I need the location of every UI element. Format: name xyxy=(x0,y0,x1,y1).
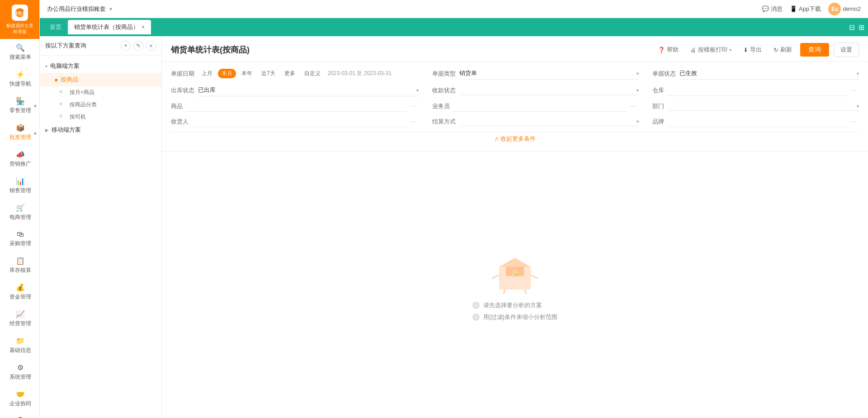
retail-arrow-icon: ▼ xyxy=(33,103,38,108)
scheme-group-pc-header[interactable]: ▾ 电脑端方案 xyxy=(40,59,161,73)
scheme-group-mobile-header[interactable]: ▶ 移动端方案 xyxy=(40,123,161,137)
empty-tip-1: 1 请先选择要分析的方案 xyxy=(472,301,557,309)
query-button[interactable]: 查询 xyxy=(800,43,829,57)
sidebar-item-wholesale[interactable]: 📦 批发管理 ▲ xyxy=(0,119,39,146)
sidebar-item-quick-nav[interactable]: ⚡ 快捷导航 xyxy=(0,66,39,92)
payment-method-arrow-icon: ▾ xyxy=(637,119,639,124)
business-icon: 📈 xyxy=(16,310,25,318)
svg-line-10 xyxy=(531,275,538,278)
scheme-group-pc: ▾ 电脑端方案 ● 按商品 ≡ 按月+商品 ≡ 按商品分类 xyxy=(40,59,161,123)
recipient-dots[interactable]: ··· xyxy=(407,118,419,126)
tab-maximize-icon[interactable]: ⊞ xyxy=(859,23,864,32)
refresh-button[interactable]: ↻ 刷新 xyxy=(770,44,796,56)
brand-dots[interactable]: ··· xyxy=(848,118,859,126)
edit-scheme-button[interactable]: ✎ xyxy=(133,41,143,51)
sidebar-item-inventory[interactable]: 📋 库存核算 xyxy=(0,252,39,279)
date-tab-this-month[interactable]: 本月 xyxy=(218,69,236,78)
brand-input[interactable] xyxy=(668,116,848,127)
export-icon: ⬇ xyxy=(743,47,748,53)
sidebar-item-retail[interactable]: 🏪 零售管理 ▼ xyxy=(0,92,39,119)
warehouse-label: 仓库 xyxy=(652,86,664,95)
empty-tips: 1 请先选择要分析的方案 2 用[过滤]条件来缩小分析范围 xyxy=(472,301,557,321)
basic-info-icon: 📁 xyxy=(16,337,25,345)
payment-status-select[interactable]: ▾ xyxy=(459,86,639,95)
sidebar-item-basic-info[interactable]: 📁 基础信息 xyxy=(0,332,39,359)
doc-status-select[interactable]: 已生效 ▾ xyxy=(679,67,859,80)
collapse-panel-button[interactable]: « xyxy=(146,41,156,51)
filter-item-doc-status: 单据状态 已生效 ▾ xyxy=(652,67,859,80)
date-tab-this-year[interactable]: 本年 xyxy=(238,69,256,78)
print-dropdown-icon[interactable]: ▾ xyxy=(729,48,731,52)
tab-active[interactable]: 销货单统计表（按商品） × xyxy=(68,20,151,34)
sidebar-item-system[interactable]: ⚙ 系统管理 xyxy=(0,359,39,385)
filter-item-brand: 品牌 ··· xyxy=(652,116,859,127)
out-status-select[interactable]: 已出库 ▾ xyxy=(198,84,419,96)
sidebar-item-sales[interactable]: 📊 销售管理 xyxy=(0,172,39,199)
filter-row-2: 出库状态 已出库 ▾ 收款状态 ▾ 仓库 xyxy=(171,84,859,96)
collapse-filters-button[interactable]: ∧ 收起更多条件 xyxy=(171,132,859,146)
dept-select[interactable]: ▾ xyxy=(668,102,859,111)
settings-button[interactable]: 设置 xyxy=(834,43,859,57)
sidebar-item-search[interactable]: 🔍 搜索菜单 xyxy=(0,39,39,66)
sidebar-item-business[interactable]: 📈 经营管理 xyxy=(0,305,39,332)
filter-item-payment-status: 收款状态 ▾ xyxy=(432,86,639,95)
payment-status-label: 收款状态 xyxy=(432,86,456,95)
date-filter: 上月 本月 本年 近7天 更多 自定义 2023-03-01 至 2023-03… xyxy=(198,69,419,78)
date-tab-custom[interactable]: 自定义 xyxy=(301,69,324,78)
header-left: 办公用品行业模拟账套 ▾ xyxy=(47,5,112,13)
scheme-item-by-driver[interactable]: ≡ 按司机 xyxy=(40,111,161,123)
sidebar-item-marketing[interactable]: 📣 营销推广 xyxy=(0,146,39,172)
date-tab-more[interactable]: 更多 xyxy=(281,69,299,78)
warehouse-dots[interactable]: ··· xyxy=(848,86,859,95)
top-header: 办公用品行业模拟账套 ▾ 💬 消息 📱 App下载 Ea demo2 xyxy=(40,0,868,18)
sidebar-item-finance[interactable]: 💰 资金管理 xyxy=(0,279,39,305)
filter-area: 单据日期 上月 本月 本年 近7天 更多 自定义 2023-03-01 至 20… xyxy=(162,62,868,152)
dept-arrow-icon: ▾ xyxy=(857,104,859,109)
marketing-icon: 📣 xyxy=(16,150,25,159)
wholesale-icon: 📦 xyxy=(16,124,25,132)
print-button[interactable]: 🖨 按模板打印 ▾ xyxy=(687,44,735,56)
goods-input[interactable] xyxy=(186,101,407,112)
date-tab-7days[interactable]: 近7天 xyxy=(258,69,279,78)
month-goods-icon: ≡ xyxy=(60,89,67,96)
salesperson-input[interactable] xyxy=(453,101,627,112)
workspace-dropdown[interactable]: ▾ xyxy=(109,6,112,12)
warehouse-input[interactable] xyxy=(668,85,848,96)
sidebar-item-ecommerce[interactable]: 🛒 电商管理 xyxy=(0,199,39,226)
app-download-button[interactable]: 📱 App下载 xyxy=(790,5,821,13)
svg-line-9 xyxy=(492,275,499,278)
message-icon: 💬 xyxy=(762,5,769,12)
user-profile[interactable]: Ea demo2 xyxy=(828,3,861,15)
refresh-icon: ↻ xyxy=(774,47,778,53)
salesperson-dots[interactable]: ··· xyxy=(627,102,639,110)
sales-icon: 📊 xyxy=(16,177,25,185)
tab-minimize-icon[interactable]: ⊟ xyxy=(849,23,855,32)
export-button[interactable]: ⬇ 导出 xyxy=(740,44,765,56)
tab-home[interactable]: 首页 xyxy=(43,20,68,34)
scheme-item-by-goods[interactable]: ● 按商品 xyxy=(40,73,161,86)
doc-type-value: 销货单 xyxy=(459,69,477,77)
left-panel-header: 按以下方案查询 + ✎ « xyxy=(40,36,161,56)
scheme-item-month-goods[interactable]: ≡ 按月+商品 xyxy=(40,86,161,99)
payment-status-arrow-icon: ▾ xyxy=(637,88,639,93)
sidebar-item-guide[interactable]: 🎯 新手引导 xyxy=(0,412,39,418)
date-tab-last-month[interactable]: 上月 xyxy=(198,69,216,78)
goods-dots[interactable]: ··· xyxy=(407,102,419,110)
sidebar-item-purchase[interactable]: 🛍 采购管理 xyxy=(0,226,39,252)
help-button[interactable]: ❓ 帮助 xyxy=(654,44,682,56)
message-button[interactable]: 💬 消息 xyxy=(762,5,783,13)
left-panel: 按以下方案查询 + ✎ « ▾ 电脑端方案 ● 按商品 xyxy=(40,36,162,418)
recipient-input[interactable] xyxy=(192,116,407,127)
user-avatar: Ea xyxy=(828,3,841,15)
add-scheme-button[interactable]: + xyxy=(121,41,131,51)
tip-num-1: 1 xyxy=(472,302,480,309)
svg-marker-3 xyxy=(499,258,531,267)
collapse-filters-label: ∧ 收起更多条件 xyxy=(494,135,536,143)
scheme-item-goods-category[interactable]: ≡ 按商品分类 xyxy=(40,99,161,111)
doc-type-select[interactable]: 销货单 ▾ xyxy=(459,67,639,80)
empty-state: 😐 1 请先选择要分析的方案 xyxy=(162,152,868,418)
active-scheme-icon: ● xyxy=(54,76,58,83)
sidebar-item-enterprise[interactable]: 🤝 企业协同 xyxy=(0,385,39,412)
tab-close-icon[interactable]: × xyxy=(142,24,145,30)
payment-method-select[interactable]: ▾ xyxy=(459,117,639,126)
